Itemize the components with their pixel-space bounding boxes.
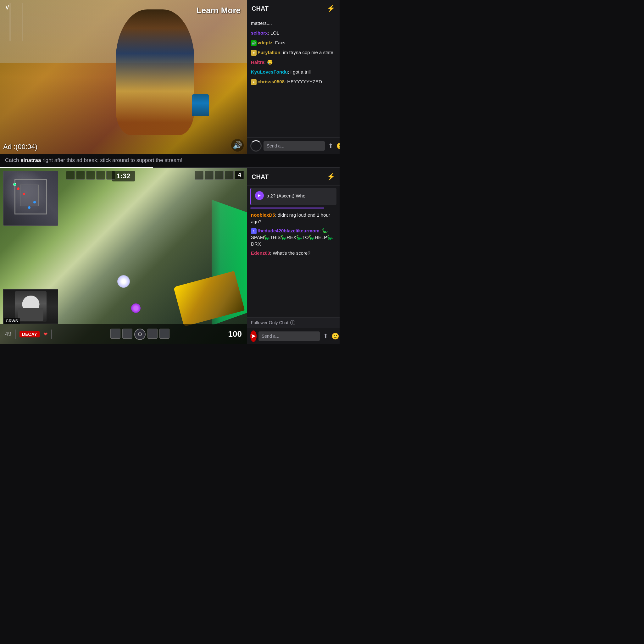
chat-message-text: : Faxs	[273, 40, 286, 45]
chat-username[interactable]: vdeptz	[258, 40, 273, 45]
chat-title-top: CHAT	[252, 5, 269, 12]
chat-username[interactable]: Furyfallon	[258, 50, 280, 55]
game-hud-top: 1:32	[0, 171, 247, 181]
player-body	[18, 308, 43, 321]
chat-username[interactable]: Haitra	[251, 59, 264, 65]
valorant-logo-icon	[250, 333, 257, 339]
chat-username[interactable]: Edenz03	[251, 250, 270, 256]
loading-spinner	[250, 140, 262, 152]
list-item: 🔊vdeptz: Faxs	[251, 39, 336, 46]
chat-send-input-top[interactable]	[264, 141, 325, 151]
product-can	[192, 94, 209, 116]
game-timer: 1:32	[112, 171, 135, 181]
list-item: ★Furyfallon: im ttryna cop me a state	[251, 49, 336, 56]
send-icon-top[interactable]: ⬆	[327, 142, 335, 150]
emote-icon-top[interactable]: 🙂	[336, 142, 340, 150]
team-icon-9	[225, 171, 234, 180]
chat-settings-icon-bottom[interactable]: ⚡	[327, 173, 335, 181]
ability-icon-3	[147, 329, 158, 339]
ability-icon-2	[122, 329, 132, 339]
highlighted-msg-text: p 2? (Ascent) Who	[266, 193, 305, 198]
game-hud-bottom: 49 DECAY ❤ 100	[0, 324, 247, 344]
chat-message-text: : What's the score?	[270, 250, 310, 256]
cabinet-line-2	[22, 3, 23, 41]
highlighted-message-card: p 2? (Ascent) Who	[250, 188, 336, 205]
ability-orb	[117, 275, 130, 288]
ad-break-streamer: sinatraa	[20, 157, 41, 163]
emote-icon-bottom[interactable]: 🙂	[331, 332, 339, 340]
crws-label: CRWS	[4, 318, 20, 324]
highlighted-msg-header: p 2? (Ascent) Who	[255, 191, 333, 200]
valorant-chat-icon[interactable]	[250, 330, 257, 342]
list-item: matters....	[251, 20, 336, 26]
team-icon-7	[205, 171, 214, 180]
chat-messages-top: matters.... selborx: LOL 🔊vdeptz: Faxs ★…	[247, 17, 340, 137]
chat-username[interactable]: selborx	[251, 30, 268, 36]
chat-panel-top: CHAT ⚡ matters.... selborx: LOL 🔊vdeptz:…	[247, 0, 340, 154]
list-item: KyuLovesFondu: i got a trill	[251, 69, 336, 75]
ability-icon-1	[110, 329, 120, 339]
crosshair-inner	[138, 332, 142, 336]
ad-break-bar: Catch sinatraa right after this ad break…	[0, 154, 340, 167]
team-icon-4	[96, 171, 105, 180]
chat-settings-icon-top[interactable]: ⚡	[327, 4, 335, 13]
volume-icon[interactable]: 🔊	[231, 139, 244, 152]
game-video: 1:32 4	[0, 168, 247, 344]
ad-video: ∨ Learn More Ad :(00:04) 🔊	[0, 0, 247, 154]
chat-input-area-bottom: ⬆ 🙂	[247, 328, 340, 344]
ability-icon-4	[159, 329, 169, 339]
list-item: Haitra: 😢	[251, 59, 336, 65]
ad-figure	[116, 9, 194, 135]
list-item: noobiexD5: didnt nrg loud end 1 hour ago…	[251, 212, 336, 225]
player-health: 100	[228, 329, 242, 339]
game-score: 4	[235, 171, 244, 179]
list-item: Edenz03: What's the score?	[251, 250, 336, 256]
game-section: 1:32 4	[0, 168, 340, 344]
ad-break-pre: Catch	[5, 157, 20, 163]
mod-badge: 🔊	[251, 40, 257, 46]
info-icon[interactable]: i	[290, 320, 295, 325]
list-item: 1thedude420blazelikeurmom: 🦕SPAM🦕THIS🦕RE…	[251, 227, 336, 247]
decay-label: DECAY	[19, 331, 40, 337]
ad-break-post: right after this ad break; stick around …	[41, 157, 182, 163]
chat-header-top: CHAT ⚡	[247, 0, 340, 17]
decay-icon: ❤	[43, 331, 47, 337]
num-badge: 1	[251, 228, 257, 234]
highlighted-avatar	[255, 191, 264, 200]
chat-send-input-bottom[interactable]	[258, 331, 320, 341]
team-icon-6	[195, 171, 203, 180]
team-icon-8	[215, 171, 224, 180]
team-icons-left	[66, 171, 115, 180]
ability-gem	[131, 303, 141, 313]
minimap-enemy-dot-2	[23, 193, 25, 195]
player-figure	[15, 291, 47, 322]
chat-header-bottom: CHAT ⚡	[247, 168, 340, 186]
ability-icon-crosshair	[134, 329, 146, 340]
chat-message-text: : i got a trill	[288, 69, 311, 75]
chat-username[interactable]: noobiexD5	[251, 212, 275, 218]
ability-icons	[56, 329, 225, 340]
follower-only-label: Follower Only Chat	[251, 320, 288, 325]
chevron-down-icon[interactable]: ∨	[5, 3, 10, 11]
send-icon-bottom[interactable]: ⬆	[322, 332, 330, 340]
follower-only-bar: Follower Only Chat i	[247, 317, 340, 328]
chat-message-text: matters....	[251, 20, 272, 26]
chat-username[interactable]: chrisss0508	[258, 79, 285, 84]
chat-username[interactable]: thedude420blazelikeurmom	[258, 228, 319, 233]
highlighted-msg-progress	[250, 208, 324, 208]
hud-divider-1	[15, 330, 16, 339]
chat-message-text: : HEYYYYYYZED	[285, 79, 322, 84]
chat-title-bottom: CHAT	[252, 173, 269, 180]
team-icon-3	[86, 171, 95, 180]
player-number: 49	[5, 331, 11, 337]
chat-message-text: : 😢	[264, 59, 273, 65]
sub-badge: ★	[251, 50, 257, 56]
team-icon-5	[106, 171, 115, 180]
hud-divider-2	[51, 330, 52, 339]
minimap-inner-shape	[20, 185, 39, 206]
ad-section: ∨ Learn More Ad :(00:04) 🔊 CHAT ⚡ matter…	[0, 0, 340, 154]
chat-username[interactable]: KyuLovesFondu	[251, 69, 288, 75]
list-item: selborx: LOL	[251, 30, 336, 36]
team-icon-2	[76, 171, 85, 180]
learn-more-button[interactable]: Learn More	[197, 6, 241, 15]
